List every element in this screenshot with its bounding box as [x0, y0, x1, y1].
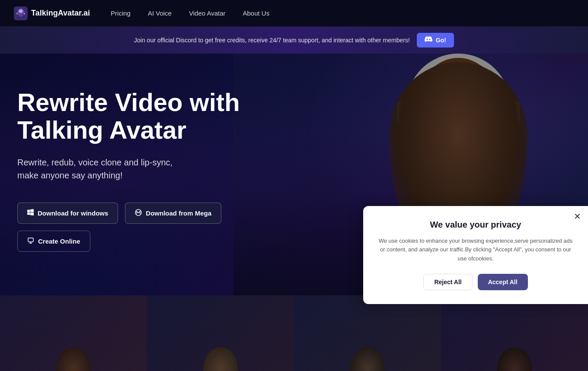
logo-icon [14, 6, 28, 20]
cookie-close-button[interactable]: ✕ [574, 212, 581, 221]
thumbnail-4-inner [441, 295, 588, 371]
download-windows-button[interactable]: Download for windows [17, 203, 118, 224]
cookie-text: We use cookies to enhance your browsing … [377, 237, 574, 263]
video-thumbnails [0, 295, 588, 371]
discord-banner-text: Join our official Discord to get free cr… [134, 37, 410, 44]
online-icon [27, 237, 34, 245]
cookie-title: We value your privacy [377, 220, 574, 230]
hero-title: Rewrite Video with Talking Avatar [17, 89, 242, 144]
thumbnail-3-inner [294, 295, 441, 371]
svg-rect-4 [28, 238, 33, 242]
nav-logo[interactable]: TalkingAvatar.ai [14, 6, 90, 20]
windows-icon [27, 209, 34, 217]
nav-link-ai-voice[interactable]: AI Voice [148, 10, 172, 17]
hero-content: Rewrite Video with Talking Avatar Rewrit… [0, 63, 259, 286]
discord-icon [425, 36, 432, 44]
cookie-modal: ✕ We value your privacy We use cookies t… [363, 206, 588, 304]
hero-subtitle-line2: make anyone say anything! [17, 171, 123, 180]
thumbnail-1-inner [0, 295, 147, 371]
thumbnail-1[interactable] [0, 295, 147, 371]
accept-all-button[interactable]: Accept All [478, 274, 528, 290]
nav-link-about-us[interactable]: About Us [243, 10, 269, 17]
hero-buttons: Download for windows Download from Mega [17, 203, 242, 252]
thumbnail-2[interactable] [147, 295, 294, 371]
face-1 [56, 347, 91, 371]
discord-banner: Join our official Discord to get free cr… [0, 27, 588, 54]
cookie-buttons: Reject All Accept All [377, 274, 574, 290]
nav-link-video-avatar[interactable]: Video Avatar [189, 10, 226, 17]
reject-all-button[interactable]: Reject All [423, 274, 472, 290]
create-online-button[interactable]: Create Online [17, 231, 90, 252]
download-mega-label: Download from Mega [146, 209, 211, 217]
logo-text: TalkingAvatar.ai [31, 9, 90, 18]
download-mega-button[interactable]: Download from Mega [125, 203, 221, 224]
hero-title-line2: Talking Avatar [17, 116, 186, 144]
thumbnail-4[interactable] [441, 295, 588, 371]
thumbnail-3[interactable] [294, 295, 441, 371]
hero-subtitle-line1: Rewrite, redub, voice clone and lip-sync… [17, 158, 173, 167]
create-online-label: Create Online [38, 238, 80, 245]
face-3 [350, 347, 385, 371]
hero-title-line1: Rewrite Video with [17, 88, 240, 116]
hero-subtitle: Rewrite, redub, voice clone and lip-sync… [17, 156, 242, 182]
thumbnail-2-inner [147, 295, 294, 371]
discord-go-button[interactable]: Go! [417, 33, 454, 48]
face-4 [497, 347, 532, 371]
svg-point-2 [19, 10, 22, 13]
nav-links: Pricing AI Voice Video Avatar About Us [111, 10, 269, 17]
discord-go-label: Go! [436, 37, 446, 44]
nav-link-pricing[interactable]: Pricing [111, 10, 131, 17]
face-2 [203, 347, 238, 371]
mega-icon [135, 209, 142, 217]
navbar: TalkingAvatar.ai Pricing AI Voice Video … [0, 0, 588, 27]
download-windows-label: Download for windows [38, 209, 108, 217]
